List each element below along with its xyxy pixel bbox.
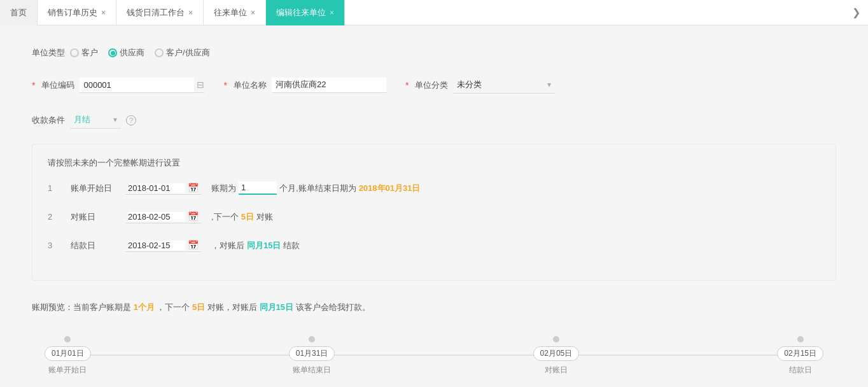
radio-both[interactable]: 客户/供应商 (155, 47, 210, 59)
close-cash-work-icon[interactable]: × (188, 8, 193, 17)
unit-code-input[interactable] (80, 78, 194, 92)
timeline-dot-0 (64, 336, 71, 342)
unit-name-input[interactable] (272, 78, 386, 93)
unit-name-group: * 单位名称 (223, 78, 386, 93)
timeline-items: 01月01日 账单开始日 01月31日 账单结束日 02月05日 对账日 02月… (45, 336, 823, 376)
tab-edit-partner-label: 编辑往来单位 (276, 7, 326, 18)
timeline-item-0: 01月01日 账单开始日 (45, 336, 91, 376)
timeline-dot-1 (309, 336, 315, 342)
cal-icon-3[interactable]: 📅 (188, 240, 199, 250)
timeline-label-3: 结款日 (789, 365, 812, 376)
timeline-badge-1: 01月31日 (289, 346, 335, 361)
timeline-item-1: 01月31日 账单结束日 (289, 336, 335, 376)
payment-terms-select[interactable]: 月结 ▾ (70, 111, 121, 129)
timeline: 01月01日 账单开始日 01月31日 账单结束日 02月05日 对账日 02月… (32, 330, 836, 387)
desc-after-2: 对账 (256, 211, 273, 223)
copy-icon[interactable]: ⊟ (197, 80, 204, 90)
row-label-2: 对账日 (71, 211, 115, 223)
preview-text: 账期预览：当前客户账期是 1个月 ，下一个 5日 对账，对账后 同月15日 该客… (32, 300, 836, 314)
tab-sales-history-label: 销售订单历史 (48, 7, 97, 18)
radio-both-label: 客户/供应商 (166, 47, 210, 59)
date-input-3: 📅 (125, 239, 201, 252)
timeline-badge-3: 02月15日 (777, 346, 823, 361)
date-value-1[interactable] (128, 183, 185, 193)
unit-class-select[interactable]: 未分类 ▾ (453, 76, 555, 94)
cal-icon-1[interactable]: 📅 (188, 183, 199, 193)
payment-terms-group: 收款条件 月结 ▾ ? (32, 111, 136, 129)
preview-part2: 5日 (192, 302, 205, 312)
radio-customer-label: 客户 (81, 47, 98, 59)
tab-partners-label: 往来单位 (214, 7, 247, 18)
row-num-3: 3 (48, 241, 60, 250)
timeline-badge-2: 02月05日 (533, 346, 580, 361)
tab-home[interactable]: 首页 (0, 0, 38, 25)
tab-more-button[interactable]: ❯ (844, 0, 868, 25)
tab-partners[interactable]: 往来单位 × (204, 0, 266, 25)
date-input-2: 📅 (125, 210, 201, 223)
unit-class-dropdown-icon: ▾ (547, 80, 551, 89)
payment-terms-value: 月结 (74, 114, 111, 125)
preview-label: 账期预览：当前客户账期是 (32, 302, 131, 312)
radio-supplier-circle (108, 48, 117, 57)
radio-group: 客户 供应商 客户/供应商 (70, 47, 210, 59)
payment-terms-label: 收款条件 (32, 115, 65, 126)
unit-code-star: * (32, 80, 35, 90)
unit-info-row: * 单位编码 ⊟ * 单位名称 * 单位分类 未分类 ▾ (19, 67, 849, 102)
radio-supplier[interactable]: 供应商 (108, 47, 144, 59)
radio-supplier-label: 供应商 (120, 47, 144, 59)
desc-before-2: ,下一个 (211, 211, 239, 223)
settings-section: 请按照未来的一个完整帐期进行设置 1 账单开始日 📅 账期为 个月,账单结束日期… (32, 144, 836, 281)
row-desc-1: 账期为 个月,账单结束日期为 2018年01月31日 (211, 181, 420, 195)
unit-name-label: 单位名称 (234, 80, 267, 91)
close-sales-history-icon[interactable]: × (101, 8, 106, 17)
cal-icon-2[interactable]: 📅 (188, 211, 199, 222)
timeline-label-1: 账单结束日 (293, 365, 331, 376)
data-row-2: 2 对账日 📅 ,下一个 5日 对账 (48, 210, 820, 223)
unit-name-star: * (223, 80, 227, 90)
row-num-1: 1 (48, 183, 60, 193)
date-value-2[interactable] (128, 212, 185, 222)
row-label-1: 账单开始日 (71, 183, 115, 194)
desc-before-1: 账期为 (211, 183, 236, 194)
preview-section: 账期预览：当前客户账期是 1个月 ，下一个 5日 对账，对账后 同月15日 该客… (19, 287, 849, 387)
data-row-3: 3 结款日 📅 ，对账后 同月15日 结款 (48, 239, 820, 252)
help-icon[interactable]: ? (126, 115, 136, 125)
unit-class-star: * (405, 80, 409, 90)
tab-bar: 首页 销售订单历史 × 钱货日清工作台 × 往来单位 × 编辑往来单位 × ❯ (0, 0, 868, 25)
timeline-label-0: 账单开始日 (48, 365, 87, 376)
radio-both-circle (155, 48, 164, 57)
desc-before-3: ，对账后 (211, 240, 244, 251)
row-label-3: 结款日 (71, 240, 115, 251)
close-partners-icon[interactable]: × (251, 8, 255, 17)
radio-customer[interactable]: 客户 (70, 47, 98, 59)
period-input[interactable] (239, 181, 277, 195)
timeline-badge-0: 01月01日 (45, 346, 91, 361)
highlight-3: 同月15日 (247, 240, 281, 251)
row-num-2: 2 (48, 212, 60, 222)
unit-class-value: 未分类 (457, 79, 545, 90)
unit-class-label: 单位分类 (415, 80, 448, 91)
tab-home-label: 首页 (10, 7, 27, 18)
unit-type-group: 单位类型 客户 供应商 客户/供应商 (32, 47, 210, 59)
preview-sep2: 对账，对账后 (207, 302, 257, 312)
highlight-2: 5日 (241, 211, 254, 223)
date-input-1: 📅 (125, 181, 201, 195)
desc-after-1: 个月,账单结束日期为 (279, 183, 356, 194)
close-edit-partner-icon[interactable]: × (330, 8, 334, 17)
preview-sep1: ，下一个 (157, 302, 190, 312)
timeline-dot-2 (553, 336, 559, 342)
tab-sales-history[interactable]: 销售订单历史 × (38, 0, 116, 25)
timeline-label-2: 对账日 (545, 365, 568, 376)
radio-customer-circle (70, 48, 79, 57)
timeline-item-3: 02月15日 结款日 (777, 336, 823, 376)
tab-cash-work[interactable]: 钱货日清工作台 × (116, 0, 204, 25)
tab-cash-work-label: 钱货日清工作台 (127, 7, 185, 18)
row-desc-2: ,下一个 5日 对账 (211, 211, 273, 223)
payment-terms-dropdown-icon: ▾ (113, 115, 117, 124)
tab-edit-partner[interactable]: 编辑往来单位 × (266, 0, 345, 25)
main-content: 单位类型 客户 供应商 客户/供应商 * 单位编码 (0, 25, 868, 387)
section-instruction: 请按照未来的一个完整帐期进行设置 (48, 157, 820, 169)
timeline-dot-3 (797, 336, 804, 342)
date-value-3[interactable] (128, 241, 185, 250)
unit-code-input-wrapper: ⊟ (80, 78, 204, 93)
